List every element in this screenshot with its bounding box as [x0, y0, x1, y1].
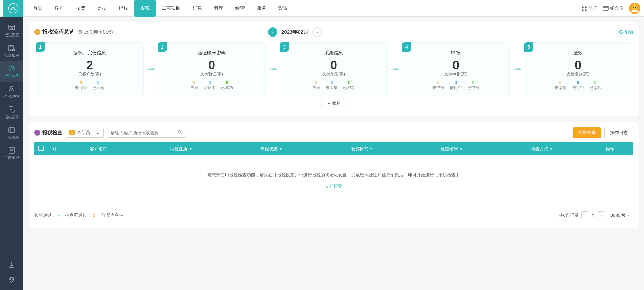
per-page-select[interactable]: 30 条/页: [608, 212, 633, 219]
sidebar-item-annual-report[interactable]: 工商年报: [0, 143, 23, 163]
step-stat-val-2-0: 0: [190, 80, 198, 85]
total-records: 共0条记录: [559, 212, 579, 218]
nav-item-settings[interactable]: 设置: [272, 0, 294, 17]
header-checkbox[interactable]: [38, 146, 44, 151]
batch-check-button[interactable]: 批量检查: [573, 127, 601, 138]
sidebar-item-tax-overview[interactable]: 报税总览: [0, 61, 23, 81]
step-stat-val-4-2: 0: [467, 80, 479, 85]
pass-stat-value[interactable]: 0: [57, 213, 60, 218]
fullscreen-button[interactable]: 全屏: [582, 5, 597, 11]
nav-item-home[interactable]: 首页: [27, 0, 48, 17]
sidebar-item-download[interactable]: [0, 257, 23, 272]
step-stat-lbl-5-1: 进行中: [572, 85, 584, 91]
summary-title-icon: +: [34, 29, 40, 35]
prev-page-button[interactable]: ‹: [581, 211, 589, 219]
settings-icon[interactable]: [52, 146, 57, 152]
step-stat-lbl-3-1: 未采集: [326, 85, 338, 91]
step-stat-5-0: 0 未缴款: [554, 80, 567, 91]
filter-icon-4[interactable]: [460, 147, 463, 151]
step-stat-val-3-0: 0: [312, 80, 320, 85]
sidebar-item-tax-settings[interactable]: 报税设置: [0, 20, 23, 41]
location-small-icon: [78, 30, 83, 34]
empty-state: 若您想使用报税检查功能，请先在【报税设置】中进行报税的初始化设置，完成密码验证和…: [34, 155, 633, 206]
operation-log-button[interactable]: 操作日志: [604, 127, 633, 138]
per-page-value: 30 条/页: [611, 213, 626, 218]
step-count-2: 0: [163, 59, 260, 71]
step-stat-1-1: 0 已完善: [92, 80, 104, 91]
current-page: 1: [592, 213, 594, 218]
th-gear: [48, 142, 61, 155]
employee-dropdown-icon: ⌄: [96, 130, 100, 135]
nav-item-invoice[interactable]: 票据: [91, 0, 113, 17]
empty-state-content: 若您想使用报税检查功能，请先在【报税设置】中进行报税的初始化设置，完成密码验证和…: [38, 159, 630, 203]
sidebar: 报税设置 批量报税 报税总览 个税申报: [0, 17, 23, 290]
sidebar-item-location[interactable]: [0, 272, 23, 287]
refresh-button[interactable]: 刷新: [619, 29, 633, 35]
next-month-button[interactable]: ›: [312, 27, 322, 37]
search-button[interactable]: [174, 128, 186, 137]
fail-stat-value[interactable]: 0: [93, 213, 95, 218]
th-customer-name: 客户名称: [61, 142, 136, 155]
sidebar-label-tax-record: 报税记录: [4, 115, 19, 119]
empty-message: 若您想使用报税检查功能，请先在【报税设置】中进行报税的初始化设置，完成密码验证和…: [51, 172, 616, 178]
th-check-result-label: 检查结果: [441, 146, 458, 152]
location-tag[interactable]: 上海(电子税局) ⌄: [78, 29, 118, 35]
step-stat-1-0: 2 未完善: [75, 80, 87, 91]
step-stat-val-4-0: 0: [432, 80, 444, 85]
nav-item-accounting[interactable]: 记账: [113, 0, 134, 17]
member-button[interactable]: 畅会员: [603, 5, 623, 11]
note-indicator: 囧有备注: [100, 212, 124, 218]
avatar[interactable]: [629, 2, 641, 14]
prev-month-button[interactable]: ‹: [268, 27, 277, 37]
th-customer-name-label: 客户名称: [90, 146, 107, 152]
nav-item-business[interactable]: 工商项目: [156, 0, 186, 17]
svg-point-25: [10, 86, 13, 89]
step-stat-lbl-5-2: 已缴款: [589, 85, 601, 91]
search-input[interactable]: [107, 129, 174, 137]
step-stat-3-2: 0 已成功: [343, 80, 355, 91]
filter-icon-5[interactable]: [550, 147, 553, 151]
nav-logo: [3, 0, 23, 17]
svg-rect-26: [9, 106, 13, 112]
step-stat-2-0: 0 失败: [190, 80, 198, 91]
step-stat-lbl-1-0: 未完善: [75, 85, 87, 91]
filter-icon-3[interactable]: [369, 147, 373, 151]
svg-rect-33: [9, 147, 14, 153]
th-check-method-label: 检查方式: [531, 146, 548, 152]
svg-rect-3: [582, 9, 584, 11]
svg-rect-2: [585, 6, 587, 8]
collapse-button[interactable]: 收起: [320, 99, 347, 108]
refresh-label: 刷新: [625, 29, 633, 35]
sidebar-item-settlement[interactable]: 汇算清缴: [0, 123, 23, 143]
employee-select[interactable]: 员 全部员工 ⌄: [66, 128, 104, 138]
th-declare-status-label: 申报状态: [260, 146, 278, 152]
avatar-icon: [629, 2, 641, 14]
nav-items: 首页 客户 收费 票据 记账 报税 工商项目 消息 管理 经营 服务 设置: [27, 0, 582, 17]
filter-icon-2[interactable]: [279, 147, 282, 151]
personal-tax-icon: [8, 85, 16, 93]
svg-point-40: [36, 131, 39, 134]
nav-item-manage[interactable]: 管理: [208, 0, 229, 17]
nav-item-message[interactable]: 消息: [186, 0, 208, 17]
setting-link[interactable]: 立即设置: [325, 184, 342, 189]
sidebar-label-tax-overview: 报税总览: [4, 74, 19, 78]
sidebar-item-personal-tax[interactable]: 个税申报: [0, 82, 23, 102]
nav-item-tax[interactable]: 报税: [134, 0, 156, 17]
nav-item-service[interactable]: 服务: [251, 0, 272, 17]
sidebar-item-tax-record[interactable]: 报税记录: [0, 102, 23, 123]
step-num-3: 3: [280, 42, 289, 52]
table-header: 客户名称 纳税性质: [34, 142, 633, 155]
nav-right: 全屏 畅会员: [582, 2, 641, 14]
nav-item-customer[interactable]: 客户: [48, 0, 70, 17]
check-title: 报税检查: [34, 130, 62, 136]
step-stat-4-1: 0 进行中: [450, 80, 462, 91]
step-stat-val-5-1: 0: [572, 80, 584, 85]
sidebar-label-personal-tax: 个税申报: [4, 94, 19, 99]
nav-item-operation[interactable]: 经营: [229, 0, 251, 17]
filter-icon-1[interactable]: [189, 147, 192, 151]
nav-item-fee[interactable]: 收费: [70, 0, 91, 17]
next-page-button[interactable]: ›: [597, 211, 605, 219]
step-stats-2: 0 失败 0 验证中 0 已成功: [163, 80, 260, 91]
sidebar-item-batch-tax[interactable]: 批量报税: [0, 41, 23, 61]
step-stat-val-3-2: 0: [343, 80, 355, 85]
